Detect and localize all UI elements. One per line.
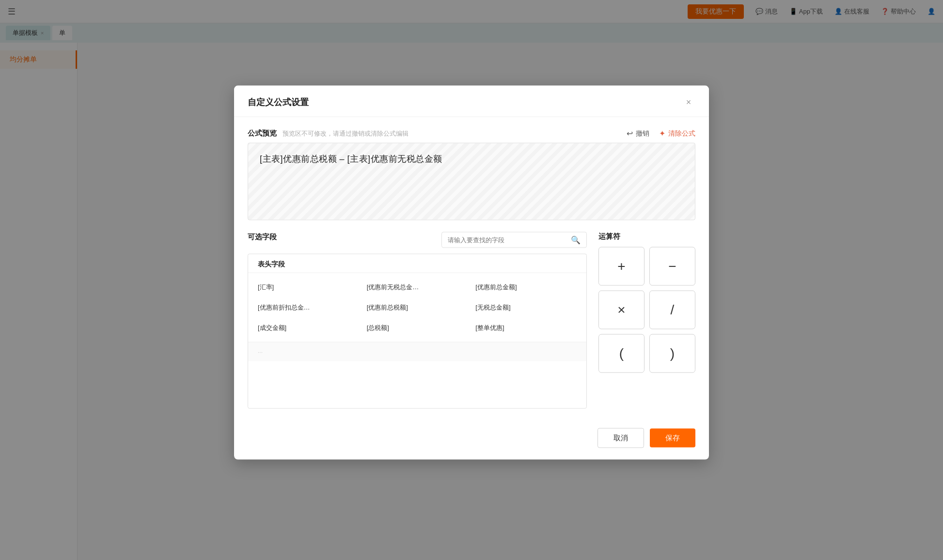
dialog-title: 自定义公式设置 <box>248 96 309 108</box>
operator-minus-button[interactable]: − <box>649 247 695 286</box>
undo-button[interactable]: ↩ 撤销 <box>627 129 649 138</box>
fields-group-label: 表头字段 <box>248 254 586 273</box>
operator-divide-button[interactable]: / <box>649 291 695 329</box>
field-item[interactable]: [优惠前折扣总金… <box>254 297 363 318</box>
search-bar: 🔍 <box>441 232 587 248</box>
formula-preview-box: [主表]优惠前总税额 – [主表]优惠前无税总金额 <box>248 143 695 220</box>
fields-operators-section: 可选字段 🔍 表头字段 [汇率][优惠前无税总金…[优惠前总金额][优惠前折扣总… <box>248 232 695 409</box>
formula-preview-header: 公式预览 预览区不可修改，请通过撤销或清除公式编辑 ↩ 撤销 ✦ 清除公式 <box>248 129 695 138</box>
field-item[interactable]: [整单优惠] <box>472 318 581 338</box>
fields-panel: 可选字段 🔍 表头字段 [汇率][优惠前无税总金…[优惠前总金额][优惠前折扣总… <box>248 232 587 409</box>
custom-formula-dialog: 自定义公式设置 × 公式预览 预览区不可修改，请通过撤销或清除公式编辑 ↩ 撤销… <box>234 86 709 460</box>
fields-grid: [汇率][优惠前无税总金…[优惠前总金额][优惠前折扣总金…[优惠前总税额][无… <box>248 273 586 342</box>
field-item[interactable]: [优惠前总金额] <box>472 277 581 297</box>
undo-label: 撤销 <box>636 129 649 138</box>
operators-grid: +−×/() <box>598 247 695 373</box>
dialog-header: 自定义公式设置 × <box>234 86 709 117</box>
fields-panel-header: 可选字段 <box>248 233 277 242</box>
operators-panel-header: 运算符 <box>598 232 695 241</box>
operator-plus-button[interactable]: + <box>598 247 644 286</box>
search-input[interactable] <box>448 236 571 244</box>
clear-icon: ✦ <box>659 129 665 138</box>
operator-multiply-button[interactable]: × <box>598 291 644 329</box>
dialog-close-button[interactable]: × <box>682 95 695 109</box>
clear-label: 清除公式 <box>668 129 695 138</box>
field-item[interactable]: [优惠前总税额] <box>363 297 472 318</box>
cancel-button[interactable]: 取消 <box>597 428 644 448</box>
undo-icon: ↩ <box>627 129 633 138</box>
formula-preview-label: 公式预览 <box>248 129 277 138</box>
formula-actions: ↩ 撤销 ✦ 清除公式 <box>627 129 695 138</box>
field-item[interactable]: [成交金额] <box>254 318 363 338</box>
field-item[interactable]: [汇率] <box>254 277 363 297</box>
formula-preview-hint: 预览区不可修改，请通过撤销或清除公式编辑 <box>283 129 409 138</box>
formula-preview-section: 公式预览 预览区不可修改，请通过撤销或清除公式编辑 ↩ 撤销 ✦ 清除公式 [主… <box>248 129 695 220</box>
search-icon: 🔍 <box>571 235 581 245</box>
formula-expression: [主表]优惠前总税额 – [主表]优惠前无税总金额 <box>260 153 442 165</box>
dialog-body: 公式预览 预览区不可修改，请通过撤销或清除公式编辑 ↩ 撤销 ✦ 清除公式 [主… <box>234 117 709 420</box>
save-button[interactable]: 保存 <box>650 429 695 448</box>
fields-list-container[interactable]: 表头字段 [汇率][优惠前无税总金…[优惠前总金额][优惠前折扣总金…[优惠前总… <box>248 254 587 409</box>
field-item[interactable]: [无税总金额] <box>472 297 581 318</box>
field-item[interactable]: [优惠前无税总金… <box>363 277 472 297</box>
formula-preview-label-group: 公式预览 预览区不可修改，请通过撤销或清除公式编辑 <box>248 129 409 138</box>
dialog-footer: 取消 保存 <box>234 420 709 460</box>
operators-panel: 运算符 +−×/() <box>598 232 695 409</box>
operator-right-paren-button[interactable]: ) <box>649 334 695 373</box>
operator-left-paren-button[interactable]: ( <box>598 334 644 373</box>
clear-formula-button[interactable]: ✦ 清除公式 <box>659 129 695 138</box>
field-item[interactable]: [总税额] <box>363 318 472 338</box>
